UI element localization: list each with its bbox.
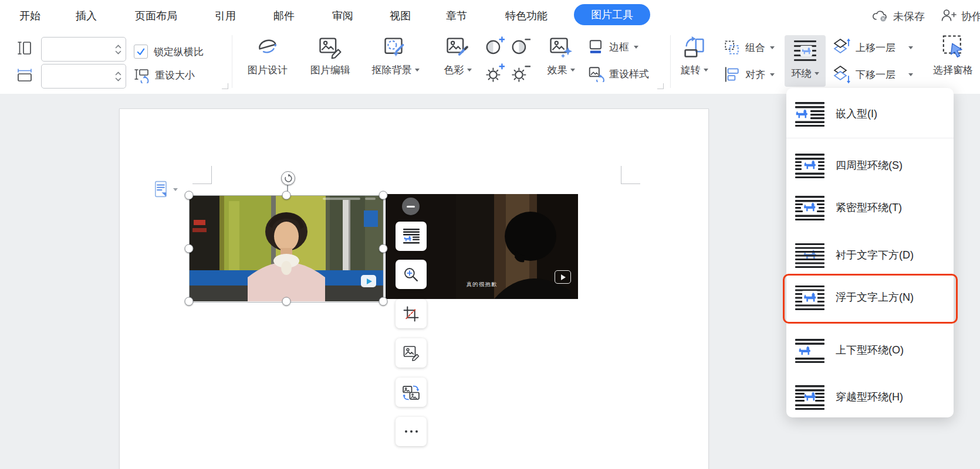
float-crop-button[interactable] <box>396 299 427 328</box>
color-label: 色彩 <box>444 63 464 77</box>
picture-edit-button[interactable]: 图片编辑 <box>305 35 356 77</box>
wrap-label: 环绕 <box>792 67 812 80</box>
margin-corner-mark-left <box>192 166 212 184</box>
menu-item-inline[interactable]: 嵌入型(I) <box>786 96 954 131</box>
wrap-icon <box>793 39 817 63</box>
float-zoom-button[interactable] <box>396 260 427 289</box>
float-more-button[interactable] <box>396 417 427 446</box>
send-backward-caret <box>908 73 913 76</box>
tab-mailings[interactable]: 邮件 <box>273 9 295 23</box>
reset-size-label: 重设大小 <box>155 69 195 82</box>
width-stepper[interactable] <box>115 72 121 81</box>
width-input[interactable] <box>48 70 109 83</box>
increase-brightness-icon <box>485 63 505 83</box>
resize-handle-top-mid[interactable] <box>282 191 291 200</box>
bring-forward-button[interactable]: 上移一层 <box>832 38 913 57</box>
color-button[interactable]: 色彩 <box>437 35 479 77</box>
tight-wrap-icon <box>795 195 825 220</box>
send-backward-icon <box>832 64 851 84</box>
ribbon-divider <box>232 35 232 88</box>
menu-item-in-front-of-text[interactable]: 浮于文字上方(N) <box>786 280 954 315</box>
align-icon <box>723 66 741 83</box>
remove-background-icon <box>383 35 408 60</box>
save-status[interactable]: 未保存 <box>893 9 925 23</box>
selection-pane-icon <box>940 34 966 60</box>
resize-handle-top-right[interactable] <box>379 191 388 200</box>
increase-brightness-button[interactable] <box>485 63 505 86</box>
resize-handle-bottom-mid[interactable] <box>282 297 291 306</box>
reset-style-button[interactable]: 重设样式 <box>588 66 649 82</box>
remove-background-button[interactable]: 抠除背景 <box>365 35 426 77</box>
tab-picture-tools[interactable]: 图片工具 <box>574 4 650 25</box>
lock-aspect-ratio-option[interactable]: 锁定纵横比 <box>134 45 204 59</box>
wrap-dropdown-menu: 嵌入型(I) 四周型环绕(S) 紧密型环绕(T) <box>786 88 954 417</box>
effects-label: 效果 <box>548 63 567 77</box>
color-icon <box>445 35 470 60</box>
tab-section[interactable]: 章节 <box>446 9 467 23</box>
decrease-contrast-button[interactable] <box>511 36 530 59</box>
tab-page-layout[interactable]: 页面布局 <box>135 9 177 23</box>
align-button[interactable]: 对齐 <box>723 66 775 83</box>
menu-item-top-and-bottom[interactable]: 上下型环绕(O) <box>786 332 954 368</box>
group-icon <box>723 39 741 56</box>
menu-item-square[interactable]: 四周型环绕(S) <box>786 148 954 183</box>
reset-style-label: 重设样式 <box>609 67 649 81</box>
lock-aspect-checkbox[interactable] <box>134 45 148 59</box>
tab-special-features[interactable]: 特色功能 <box>505 9 548 23</box>
float-wrap-button[interactable] <box>396 222 427 251</box>
layout-options-button[interactable] <box>154 181 178 198</box>
collaborate-icon <box>940 8 957 23</box>
group-button[interactable]: 组合 <box>723 39 775 56</box>
group-corner-mark <box>657 83 664 89</box>
selection-pane-button[interactable]: 选择窗格 <box>926 34 980 77</box>
border-caret <box>634 46 638 49</box>
resize-handle-top-left[interactable] <box>185 191 194 200</box>
menu-item-label: 浮于文字上方(N) <box>836 290 914 304</box>
checkmark-icon <box>136 47 146 56</box>
send-backward-button[interactable]: 下移一层 <box>832 64 913 84</box>
rotate-button[interactable]: 旋转 <box>675 35 714 77</box>
resize-handle-bottom-left[interactable] <box>185 297 194 306</box>
bring-forward-label: 上移一层 <box>856 41 895 55</box>
through-wrap-icon <box>795 384 825 410</box>
toolbar-collapse-button[interactable] <box>402 198 420 215</box>
menu-item-label: 嵌入型(I) <box>836 107 877 121</box>
height-input[interactable] <box>48 43 109 56</box>
width-field[interactable] <box>41 64 126 89</box>
tab-insert[interactable]: 插入 <box>76 9 97 23</box>
rotation-handle[interactable] <box>281 171 295 185</box>
reset-size-icon <box>133 67 150 83</box>
menu-item-label: 穿越型环绕(H) <box>836 390 903 404</box>
resize-handle-bottom-right[interactable] <box>379 297 388 306</box>
menu-item-through[interactable]: 穿越型环绕(H) <box>786 379 954 414</box>
bring-forward-caret <box>908 46 913 49</box>
reset-size-button[interactable]: 重设大小 <box>133 67 195 83</box>
picture-design-button[interactable]: 图片设计 <box>242 35 293 77</box>
picture-edit-label: 图片编辑 <box>310 63 350 77</box>
wrap-button[interactable]: 环绕 <box>785 35 826 87</box>
decrease-brightness-button[interactable] <box>511 63 530 86</box>
menu-item-behind-text[interactable]: 衬于文字下方(D) <box>786 237 954 273</box>
height-stepper[interactable] <box>115 45 121 55</box>
more-options-icon <box>405 430 418 433</box>
tab-review[interactable]: 审阅 <box>332 9 353 23</box>
menu-item-tight[interactable]: 紧密型环绕(T) <box>786 190 954 225</box>
in-front-of-text-wrap-icon <box>795 284 825 310</box>
float-edit-image-button[interactable] <box>396 338 427 368</box>
lock-aspect-label: 锁定纵横比 <box>154 45 204 59</box>
effects-button[interactable]: 效果 <box>540 35 582 77</box>
tab-references[interactable]: 引用 <box>215 9 236 23</box>
zoom-in-icon <box>403 266 420 283</box>
increase-contrast-button[interactable] <box>485 36 505 59</box>
border-button[interactable]: 边框 <box>588 39 638 55</box>
tab-home[interactable]: 开始 <box>19 9 40 23</box>
resize-handle-mid-left[interactable] <box>185 244 194 253</box>
float-replace-image-button[interactable] <box>396 378 427 407</box>
border-label: 边框 <box>609 40 629 54</box>
resize-handle-mid-right[interactable] <box>379 244 388 253</box>
color-caret <box>467 69 472 72</box>
collaborate-button[interactable]: 协作 <box>961 9 980 23</box>
tab-view[interactable]: 视图 <box>390 9 411 23</box>
picture-edit-icon <box>318 35 343 60</box>
height-field[interactable] <box>41 37 126 62</box>
